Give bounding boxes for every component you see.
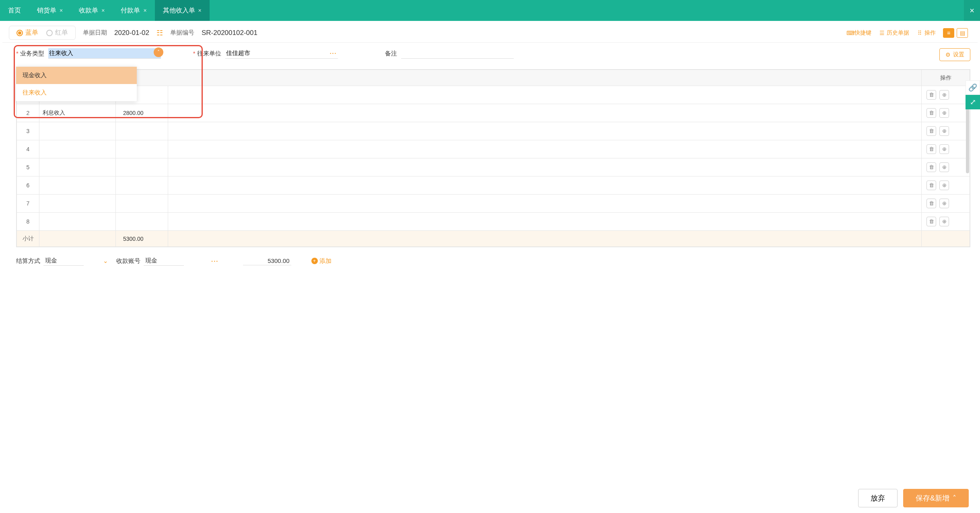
tab-payment[interactable]: 付款单×	[113, 0, 154, 21]
unit-field: *往来单位 ···	[193, 48, 337, 59]
form-row: *业务类型 ˄ 现金收入 往来收入 *往来单位 ··· 备注 ⚙设置	[0, 43, 980, 61]
keyboard-icon: ⌨	[846, 30, 853, 36]
red-doc-radio[interactable]: 红单	[46, 29, 68, 37]
grid-icon: ⠿	[916, 30, 923, 36]
subtotal-row: 小计5300.00	[17, 231, 970, 247]
gear-icon: ⚙	[945, 51, 951, 58]
tab-home[interactable]: 首页	[0, 0, 29, 21]
tab-receipt[interactable]: 收款单×	[71, 0, 113, 21]
pay-method-field: 结算方式 现金 ⌄	[16, 256, 108, 266]
delete-icon[interactable]: 🗑	[926, 108, 936, 118]
table-row[interactable]: 7🗑⊕	[17, 195, 970, 213]
add-payment-button[interactable]: +添加	[311, 257, 331, 265]
unit-input[interactable]	[225, 48, 338, 59]
unit-label: *往来单位	[193, 50, 221, 57]
view-toggle: ≡ ▤	[943, 28, 968, 38]
delete-icon[interactable]: 🗑	[926, 217, 936, 226]
delete-icon[interactable]: 🗑	[926, 90, 936, 100]
view-detail-button[interactable]: ▤	[957, 28, 968, 38]
chevron-down-icon[interactable]: ⌄	[103, 257, 108, 265]
table-body: 1包装物🗑⊕ 2利息收入2800.00🗑⊕ 3🗑⊕ 4🗑⊕ 5🗑⊕ 6🗑⊕ 7🗑…	[17, 86, 970, 247]
side-buttons: 🔗 ⤢	[966, 80, 980, 109]
top-tab-bar: 首页 销货单× 收款单× 付款单× 其他收入单× ×	[0, 0, 980, 21]
shortcut-link[interactable]: ⌨快捷键	[846, 29, 871, 37]
delete-icon[interactable]: 🗑	[926, 162, 936, 172]
doc-color-radio-group: 蓝单 红单	[9, 26, 76, 40]
date-label: 单据日期	[83, 29, 107, 37]
tab-sales[interactable]: 销货单×	[29, 0, 71, 21]
blue-doc-radio[interactable]: 蓝单	[16, 29, 38, 37]
add-row-icon[interactable]: ⊕	[939, 144, 949, 154]
history-icon: ☰	[879, 30, 885, 36]
col-ops: 操作	[922, 70, 970, 86]
table-row[interactable]: 3🗑⊕	[17, 122, 970, 140]
plus-icon: +	[311, 258, 318, 264]
biz-type-option-cash[interactable]: 现金收入	[16, 67, 137, 84]
table-row[interactable]: 4🗑⊕	[17, 140, 970, 158]
view-list-button[interactable]: ≡	[943, 28, 954, 38]
delete-icon[interactable]: 🗑	[926, 199, 936, 208]
add-row-icon[interactable]: ⊕	[939, 108, 949, 118]
table-row[interactable]: 5🗑⊕	[17, 158, 970, 176]
add-row-icon[interactable]: ⊕	[939, 217, 949, 226]
col-note: 注	[116, 70, 922, 86]
pay-method-value[interactable]: 现金	[43, 256, 84, 266]
history-link[interactable]: ☰历史单据	[879, 29, 909, 37]
add-row-icon[interactable]: ⊕	[939, 199, 949, 208]
pay-method-label: 结算方式	[16, 257, 40, 265]
note-label: 备注	[385, 50, 397, 57]
chevron-up-icon[interactable]: ˄	[154, 47, 163, 57]
add-row-icon[interactable]: ⊕	[939, 90, 949, 100]
pay-account-field: 收款账号 现金 ···	[116, 256, 219, 266]
add-row-icon[interactable]: ⊕	[939, 126, 949, 136]
delete-icon[interactable]: 🗑	[926, 181, 936, 190]
note-field: 备注	[385, 48, 514, 59]
delete-icon[interactable]: 🗑	[926, 144, 936, 154]
calendar-icon[interactable]: ☷	[156, 29, 163, 37]
expand-icon[interactable]: ⤢	[966, 95, 980, 109]
doc-no-label: 单据编号	[170, 29, 194, 37]
biz-type-field: *业务类型 ˄ 现金收入 往来收入	[16, 48, 161, 59]
biz-type-label: *业务类型	[16, 50, 44, 57]
radio-unchecked-icon	[46, 30, 53, 36]
radio-checked-icon	[16, 30, 23, 36]
ops-link[interactable]: ⠿操作	[916, 29, 936, 37]
pay-amount[interactable]: 5300.00	[243, 256, 291, 265]
biz-type-input[interactable]	[48, 48, 161, 59]
close-panel-button[interactable]: ×	[964, 0, 980, 21]
table-row[interactable]: 6🗑⊕	[17, 176, 970, 195]
link-icon[interactable]: 🔗	[966, 80, 980, 95]
biz-type-option-credit[interactable]: 往来收入	[16, 84, 137, 101]
close-icon[interactable]: ×	[101, 7, 105, 14]
add-row-icon[interactable]: ⊕	[939, 162, 949, 172]
table-row[interactable]: 2利息收入2800.00🗑⊕	[17, 104, 970, 122]
close-icon[interactable]: ×	[143, 7, 146, 14]
settings-button[interactable]: ⚙设置	[939, 48, 970, 61]
more-icon[interactable]: ···	[211, 258, 219, 265]
table-row[interactable]: 1包装物🗑⊕	[17, 86, 970, 104]
close-icon[interactable]: ×	[198, 7, 202, 14]
date-value[interactable]: 2020-01-02	[114, 29, 149, 37]
delete-icon[interactable]: 🗑	[926, 126, 936, 136]
more-icon[interactable]: ···	[330, 50, 337, 57]
secondary-toolbar: 蓝单 红单 单据日期 2020-01-02 ☷ 单据编号 SR-20200102…	[2, 23, 978, 43]
doc-no-value: SR-20200102-001	[202, 29, 257, 37]
close-icon[interactable]: ×	[60, 7, 63, 14]
pay-account-label: 收款账号	[116, 257, 140, 265]
add-row-icon[interactable]: ⊕	[939, 181, 949, 190]
income-table: ⚙ *收入 注 操作 1包装物🗑⊕ 2利息收入2800.00🗑⊕ 3🗑⊕ 4🗑⊕…	[16, 69, 970, 247]
tab-other-income[interactable]: 其他收入单×	[155, 0, 210, 21]
note-input[interactable]	[401, 48, 514, 59]
biz-type-dropdown: 现金收入 往来收入	[16, 67, 137, 101]
pay-account-value[interactable]: 现金	[144, 256, 184, 266]
payment-row: 结算方式 现金 ⌄ 收款账号 现金 ··· 5300.00 +添加	[0, 247, 980, 275]
table-row[interactable]: 8🗑⊕	[17, 213, 970, 231]
